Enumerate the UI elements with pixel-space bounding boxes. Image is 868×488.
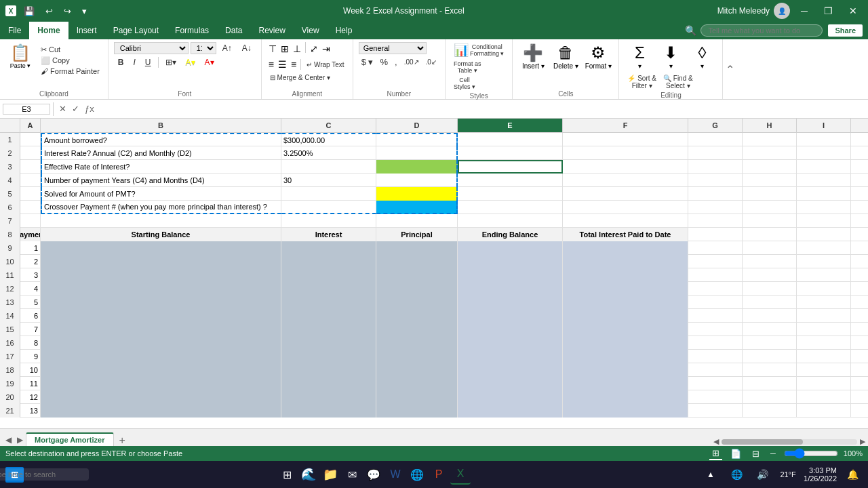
cell-E15[interactable]	[458, 323, 563, 336]
cell-G5[interactable]	[688, 187, 743, 201]
cell-B18[interactable]	[41, 363, 281, 377]
increase-font-button[interactable]: A↑	[218, 42, 236, 54]
cell-I11[interactable]	[797, 268, 851, 282]
merge-center-button[interactable]: ⊟ Merge & Center ▾	[267, 73, 333, 82]
cell-H19[interactable]	[743, 377, 797, 390]
row-number[interactable]: 1	[0, 133, 20, 146]
col-header-D[interactable]: D	[376, 119, 458, 132]
cell-B20[interactable]	[41, 390, 281, 404]
cell-D20[interactable]	[376, 390, 458, 404]
cell-H9[interactable]	[743, 241, 797, 255]
insert-cells-button[interactable]: ➕ Insert ▾	[518, 42, 548, 73]
cell-I20[interactable]	[797, 390, 851, 404]
cell-H5[interactable]	[743, 187, 797, 201]
cell-D7[interactable]	[376, 214, 458, 228]
redo-button[interactable]: ↪	[60, 5, 75, 18]
cell-F2[interactable]	[563, 146, 688, 160]
wrap-indent-button[interactable]: ⇥	[321, 42, 332, 56]
bold-button[interactable]: B	[114, 56, 128, 68]
cell-H12[interactable]	[743, 282, 797, 296]
col-header-G[interactable]: G	[688, 119, 743, 132]
cell-F12[interactable]	[563, 282, 688, 296]
cell-D18[interactable]	[376, 363, 458, 377]
excel-taskbar-button[interactable]: X	[450, 464, 471, 485]
cell-G10[interactable]	[688, 255, 743, 268]
cell-E19[interactable]	[458, 377, 563, 390]
tab-insert[interactable]: Insert	[68, 22, 105, 39]
conditional-formatting-button[interactable]: 📊 ConditionalFormatting ▾	[451, 42, 507, 58]
row-number[interactable]: 14	[0, 309, 20, 323]
cell-F3[interactable]	[563, 160, 688, 174]
mail-button[interactable]: ✉	[342, 464, 362, 485]
cell-C7[interactable]	[281, 214, 376, 228]
cell-C13[interactable]	[281, 296, 376, 309]
cell-C2[interactable]: 3.2500%	[281, 146, 376, 160]
cell-G1[interactable]	[688, 133, 743, 146]
cell-E16[interactable]	[458, 336, 563, 350]
cell-C3[interactable]	[281, 160, 376, 174]
cell-A21[interactable]: 13	[20, 404, 41, 418]
cell-D5[interactable]	[376, 187, 458, 201]
cell-I13[interactable]	[797, 296, 851, 309]
row-number[interactable]: 15	[0, 323, 20, 336]
teams-button[interactable]: 💬	[363, 464, 384, 485]
cell-F10[interactable]	[563, 255, 688, 268]
cell-H21[interactable]	[743, 404, 797, 418]
cell-I19[interactable]	[797, 377, 851, 390]
ribbon-collapse[interactable]: ⌃	[723, 39, 737, 99]
cell-D10[interactable]	[376, 255, 458, 268]
cell-C17[interactable]	[281, 350, 376, 363]
save-button[interactable]: 💾	[20, 5, 38, 18]
cell-H16[interactable]	[743, 336, 797, 350]
percent-button[interactable]: %	[377, 56, 391, 68]
cell-A19[interactable]: 11	[20, 377, 41, 390]
cell-B1[interactable]: Amount borrowed?	[41, 133, 281, 146]
cell-F6[interactable]	[563, 201, 688, 214]
cell-C19[interactable]	[281, 377, 376, 390]
sheet-tab-mortgage[interactable]: Mortgage Amortizer	[26, 432, 114, 446]
cell-E2[interactable]	[458, 146, 563, 160]
cell-D2[interactable]	[376, 146, 458, 160]
cell-B9[interactable]	[41, 241, 281, 255]
notification-area[interactable]: ▲	[701, 464, 721, 485]
cell-C11[interactable]	[281, 268, 376, 282]
cell-H3[interactable]	[743, 160, 797, 174]
number-format-select[interactable]: General Number Currency Percentage	[359, 42, 427, 54]
cell-reference-box[interactable]: E3	[3, 104, 50, 115]
cell-D13[interactable]	[376, 296, 458, 309]
cell-G8[interactable]	[688, 228, 743, 241]
cell-I12[interactable]	[797, 282, 851, 296]
cell-H1[interactable]	[743, 133, 797, 146]
cell-A3[interactable]	[20, 160, 41, 174]
font-size-select[interactable]: 11	[191, 42, 216, 54]
cell-C6[interactable]	[281, 201, 376, 214]
powerpoint-button[interactable]: P	[429, 464, 449, 485]
cell-C12[interactable]	[281, 282, 376, 296]
cell-H4[interactable]	[743, 174, 797, 187]
cell-G19[interactable]	[688, 377, 743, 390]
cell-B4[interactable]: Number of payment Years (C4) and Months …	[41, 174, 281, 187]
insert-function-button[interactable]: ƒx	[82, 104, 97, 114]
borders-button[interactable]: ⊞▾	[161, 56, 180, 68]
customize-qat-button[interactable]: ▾	[79, 5, 90, 18]
row-number[interactable]: 12	[0, 282, 20, 296]
cell-D3[interactable]	[376, 160, 458, 174]
cell-I5[interactable]	[797, 187, 851, 201]
cell-G21[interactable]	[688, 404, 743, 418]
cell-D15[interactable]	[376, 323, 458, 336]
search-taskbar[interactable]	[26, 464, 47, 485]
cell-E17[interactable]	[458, 350, 563, 363]
align-left-button[interactable]: ≡	[267, 58, 275, 71]
cell-E8[interactable]: Ending Balance	[458, 228, 563, 241]
cell-G15[interactable]	[688, 323, 743, 336]
cell-C18[interactable]	[281, 363, 376, 377]
cell-B21[interactable]	[41, 404, 281, 418]
cell-E1[interactable]	[458, 133, 563, 146]
format-cells-button[interactable]: ⚙ Format ▾	[583, 42, 613, 73]
cell-F21[interactable]	[563, 404, 688, 418]
cut-button[interactable]: ✂ Cut	[38, 45, 102, 55]
row-number[interactable]: 21	[0, 404, 20, 418]
undo-button[interactable]: ↩	[42, 5, 56, 18]
cell-E6[interactable]	[458, 201, 563, 214]
middle-align-button[interactable]: ⊞	[279, 42, 290, 56]
